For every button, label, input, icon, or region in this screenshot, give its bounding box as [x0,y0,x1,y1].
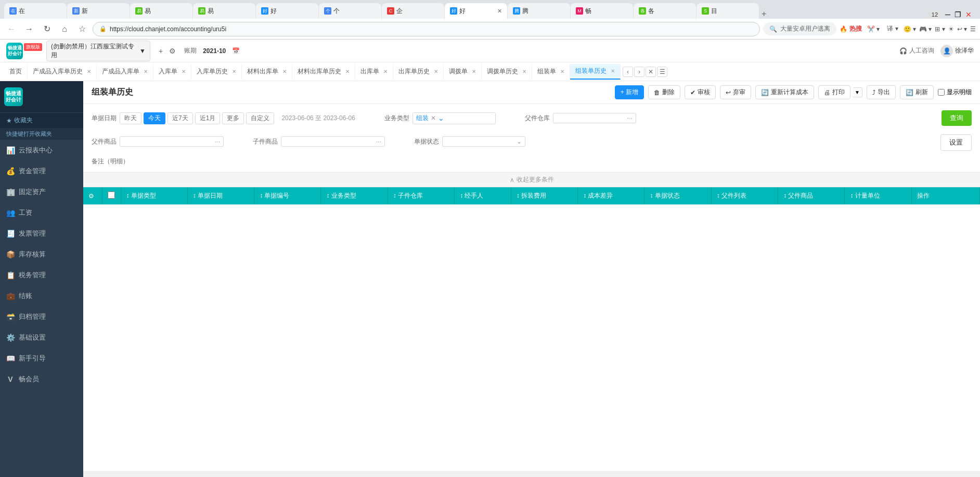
date-btn-yesterday[interactable]: 昨天 [120,112,141,124]
address-bar[interactable]: 🔒 https://cloud.chanjet.com/accounting/u… [93,22,760,36]
date-btn-custom[interactable]: 自定义 [246,112,274,124]
show-detail-checkbox[interactable] [938,89,945,96]
th-parent-goods[interactable]: ↕ 父件商品 [778,187,845,204]
sidebar-item-tax[interactable]: 📋 税务管理 [0,265,83,286]
sidebar-item-reports[interactable]: 📊 云报表中心 [0,140,83,161]
nav-tab-10[interactable]: 调拨单历史 ✕ [482,64,532,80]
browser-tab-12[interactable]: S 目 [697,3,759,19]
new-tab-button[interactable]: + [762,9,766,19]
add-button[interactable]: + 新增 [615,85,644,99]
refresh-button[interactable]: 🔄 刷新 [900,85,934,99]
th-order-type[interactable]: ↕ 单据类型 [121,187,187,204]
th-cost-diff[interactable]: ↕ 成本差异 [578,187,644,204]
ellipsis-icon[interactable]: ··· [627,114,633,122]
date-btn-1month[interactable]: 近1月 [195,112,221,124]
menu-tool[interactable]: ☰ [970,25,976,33]
delete-button[interactable]: 🗑 删除 [648,85,680,99]
refresh-button[interactable]: ↻ [40,22,54,36]
sidebar-item-settings[interactable]: ⚙️ 基础设置 [0,327,83,348]
nav-tab-home[interactable]: 首页 [4,64,28,80]
bookmark-button[interactable]: ☆ [75,22,89,36]
th-disassemble-fee[interactable]: ↕ 拆装费用 [511,187,577,204]
scrollbar-area[interactable] [83,471,980,477]
select-all-checkbox[interactable] [108,191,115,199]
window-control-minimize[interactable]: ─ [945,10,950,19]
user-area[interactable]: 👤 徐泽华 [940,45,974,57]
nav-tab-3[interactable]: 入库单 ✕ [153,64,191,80]
browser-tab-10[interactable]: M 畅 [571,3,633,19]
search-area[interactable]: 🔍 大量安卓用户逃离 [763,22,836,35]
browser-tab-4[interactable]: 易 易 [193,3,255,19]
company-select[interactable]: (勿删勿禁用）江西服宝测试专用 ▼ [46,41,150,61]
home-button[interactable]: ⌂ [57,22,72,36]
nav-tab-1-close[interactable]: ✕ [87,69,91,74]
nav-tab-2[interactable]: 产成品入库单 ✕ [97,64,153,80]
browser-tab-5[interactable]: 好 好 [256,3,318,19]
grid-tool[interactable]: ⊞ ▾ [935,25,945,33]
nav-tab-2-close[interactable]: ✕ [144,69,148,74]
cut-tool[interactable]: ✂️ ▾ [865,24,882,34]
th-order-date[interactable]: ↕ 单据日期 [187,187,254,204]
sidebar-item-member[interactable]: V 畅会员 [0,369,83,390]
nav-tab-4[interactable]: 入库单历史 ✕ [191,64,242,80]
business-type-tag-remove[interactable]: ✕ [431,114,436,122]
tab-scroll-right[interactable]: › [634,67,644,77]
sidebar-item-assets[interactable]: 🏢 固定资产 [0,182,83,202]
nav-tab-12[interactable]: 组装单历史 ✕ [570,64,621,80]
sidebar-item-invoice[interactable]: 🧾 发票管理 [0,223,83,244]
translate-tool[interactable]: 译 ▾ [885,23,900,34]
nav-tab-8-close[interactable]: ✕ [434,69,438,74]
browser-tab-2[interactable]: 新 新 [67,3,130,19]
set-button[interactable]: 设置 [940,134,972,151]
th-child-warehouse[interactable]: ↕ 子件仓库 [388,187,454,204]
order-status-input[interactable]: ⌄ [442,136,525,147]
parent-warehouse-input[interactable]: ··· [553,113,636,123]
browser-tab-8[interactable]: 好 好 ✕ [445,3,507,19]
review-button[interactable]: ✔ 审核 [685,85,716,99]
date-btn-today[interactable]: 今天 [144,112,165,124]
back-button[interactable]: ← [4,22,19,36]
sidebar-bookmark[interactable]: ★ 收藏夹 [0,112,83,128]
browser-tab-6[interactable]: 个 个 [319,3,381,19]
query-button[interactable]: 查询 [942,110,972,126]
add-company-button[interactable]: + [159,47,163,55]
print-dropdown-arrow[interactable]: ▼ [853,87,862,97]
date-btn-7days[interactable]: 近7天 [167,112,193,124]
nav-tab-9-close[interactable]: ✕ [472,69,476,74]
nav-tab-7[interactable]: 出库单 ✕ [355,64,393,80]
nav-tab-11-close[interactable]: ✕ [560,69,564,74]
window-control-close[interactable]: ✕ [965,10,972,19]
th-parent-list[interactable]: ↕ 父件列表 [711,187,778,204]
nav-tab-9[interactable]: 调拨单 ✕ [444,64,482,80]
nav-tab-1[interactable]: 产成品入库单历史 ✕ [28,64,97,80]
sidebar-item-guide[interactable]: 📖 新手引导 [0,348,83,369]
settings-icon[interactable]: ⚙ [169,47,176,55]
parent-goods-ellipsis[interactable]: ··· [215,138,220,145]
print-button[interactable]: 🖨 打印 [818,85,850,99]
th-handler[interactable]: ↕ 经手人 [455,187,511,204]
sidebar-item-inventory[interactable]: 📦 库存核算 [0,244,83,265]
sidebar-item-archive[interactable]: 🗃️ 归档管理 [0,306,83,327]
child-goods-ellipsis[interactable]: ··· [376,138,381,145]
nav-tab-4-close[interactable]: ✕ [232,69,236,74]
tab-scroll-left[interactable]: ‹ [623,67,633,77]
th-order-status[interactable]: ↕ 单据状态 [644,187,711,204]
tab-close-8[interactable]: ✕ [497,8,502,15]
th-order-no[interactable]: ↕ 单据编号 [254,187,321,204]
browser-tab-3[interactable]: 易 易 [130,3,192,19]
nav-tab-11[interactable]: 组装单 ✕ [532,64,570,80]
order-status-arrow[interactable]: ⌄ [517,138,522,145]
nav-tab-10-close[interactable]: ✕ [522,69,526,74]
date-btn-more[interactable]: 更多 [222,112,244,124]
nav-tab-6-close[interactable]: ✕ [345,69,350,74]
calendar-icon[interactable]: 📅 [232,47,240,55]
tab-menu[interactable]: ☰ [657,67,667,77]
nav-tab-6[interactable]: 材料出库单历史 ✕ [292,64,355,80]
window-control-restore[interactable]: ❐ [955,10,961,19]
recalculate-button[interactable]: 🔄 重新计算成本 [755,85,814,99]
nav-tab-7-close[interactable]: ✕ [383,69,388,74]
collapse-bar[interactable]: ∧ 收起更多条件 [83,173,980,187]
th-settings[interactable]: ⚙ [83,187,102,204]
sun-tool[interactable]: ☀ [948,25,954,33]
browser-tab-1[interactable]: 在 在 [4,3,67,19]
